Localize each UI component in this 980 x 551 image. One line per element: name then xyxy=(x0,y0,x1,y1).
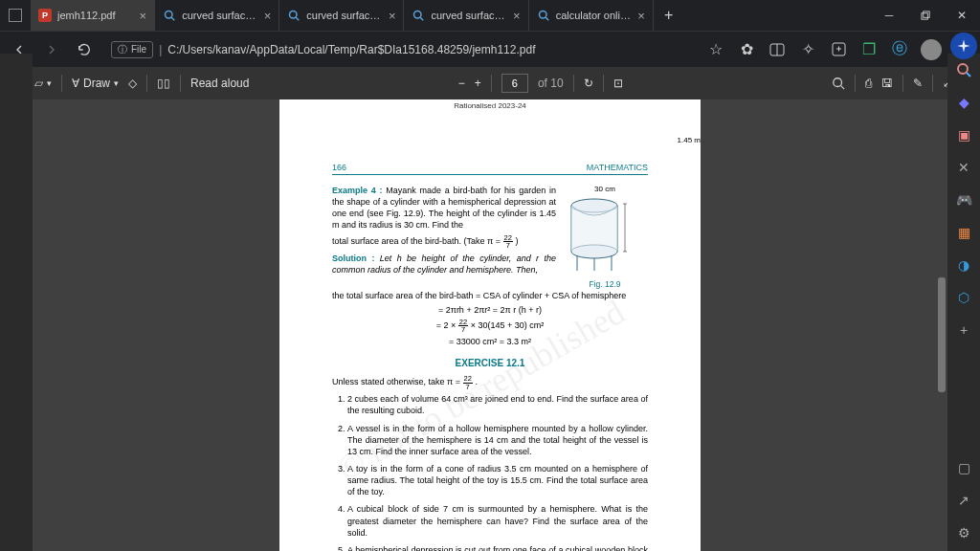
refresh-button[interactable] xyxy=(73,38,96,61)
search-icon xyxy=(537,9,550,22)
close-window-button[interactable]: ✕ xyxy=(944,0,980,31)
question-5: A hemispherical depression is cut out fr… xyxy=(347,544,648,551)
copilot-button[interactable] xyxy=(950,33,977,59)
tools-side-icon[interactable]: ✕ xyxy=(953,157,974,178)
save-button[interactable]: 🖫 xyxy=(881,77,893,90)
svg-point-4 xyxy=(414,11,422,19)
page-total: of 10 xyxy=(538,77,564,90)
svg-point-6 xyxy=(539,11,546,19)
side-settings-icon[interactable]: ⚙ xyxy=(953,522,974,543)
solution-line: the total surface area of the bird-bath … xyxy=(332,290,648,301)
zoom-out-button[interactable]: − xyxy=(458,77,465,90)
games-side-icon[interactable]: 🎮 xyxy=(953,189,974,210)
close-icon[interactable]: × xyxy=(513,9,521,23)
page-number: 166 xyxy=(332,162,346,173)
tab-label: curved surface area of hemisphe xyxy=(431,10,507,21)
collections-icon[interactable] xyxy=(829,40,848,59)
side1-icon[interactable]: ▢ xyxy=(953,457,974,478)
tab-search-1[interactable]: curved surface area of cone - Se × xyxy=(155,0,279,31)
search-icon xyxy=(287,9,301,22)
question-4: A cubical block of side 7 cm is surmount… xyxy=(347,503,648,538)
tab-label: curved surface area of cone - Se xyxy=(306,10,383,21)
close-icon[interactable]: × xyxy=(140,9,147,23)
tab-actions-icon[interactable] xyxy=(0,0,31,31)
tab-search-2[interactable]: curved surface area of cone - Se × xyxy=(279,0,404,31)
pdf-icon: P xyxy=(38,9,52,22)
tab-search-4[interactable]: calculator online - Search × xyxy=(529,0,654,31)
read-aloud-button[interactable]: Read aloud xyxy=(190,77,249,90)
select-mode-button[interactable]: ▱ ▾ xyxy=(34,77,52,90)
tab-label: jemh112.pdf xyxy=(57,10,134,21)
print-button[interactable]: ⎙ xyxy=(865,77,872,90)
svg-line-18 xyxy=(967,73,970,77)
side2-icon[interactable]: ↗ xyxy=(953,490,974,511)
extensions-icon[interactable]: ❐ xyxy=(859,40,879,59)
svg-line-3 xyxy=(297,17,300,20)
internet-explorer-icon[interactable]: ⓔ xyxy=(890,40,909,59)
title-bar: P jemh112.pdf × curved surface area of c… xyxy=(0,0,980,31)
figure-12-9: 30 cm 1.45 m Fig. 12.9 xyxy=(562,185,648,290)
scrollbar[interactable] xyxy=(938,105,946,507)
question-1: 2 cubes each of volume 64 cm³ are joined… xyxy=(347,393,648,416)
address-bar: ⓘ File | C:/Users/kanav/AppData/Local/Te… xyxy=(0,31,980,67)
avatar[interactable] xyxy=(921,39,942,60)
tab-label: curved surface area of cone - Se xyxy=(182,10,258,21)
erase-button[interactable]: ◇ xyxy=(128,77,137,90)
drop-side-icon[interactable]: ⬡ xyxy=(953,287,974,308)
exercise-list: 2 cubes each of volume 64 cm³ are joined… xyxy=(332,393,648,551)
restore-button[interactable] xyxy=(907,0,944,31)
search-icon xyxy=(412,9,425,22)
plus-side-icon[interactable]: + xyxy=(953,320,974,341)
tab-pdf[interactable]: P jemh112.pdf × xyxy=(31,0,155,31)
minimize-button[interactable]: ─ xyxy=(871,0,907,31)
outlook-side-icon[interactable]: ◑ xyxy=(953,254,974,276)
search-side-icon[interactable] xyxy=(953,59,974,80)
search-icon xyxy=(163,9,176,22)
tab-strip: P jemh112.pdf × curved surface area of c… xyxy=(31,0,654,31)
office-side-icon[interactable]: ▦ xyxy=(953,222,974,243)
url-field[interactable]: ⓘ File | C:/Users/kanav/AppData/Local/Te… xyxy=(105,41,697,58)
search-button[interactable] xyxy=(832,77,845,90)
shopping-side-icon[interactable]: ▣ xyxy=(953,124,974,145)
pdf-page: Rationalised 2023-24 166 MATHEMATICS 30 … xyxy=(279,99,701,551)
zoom-in-button[interactable]: + xyxy=(475,77,481,90)
question-2: A vessel is in the form of a hollow hemi… xyxy=(347,423,648,457)
close-icon[interactable]: × xyxy=(389,9,396,23)
pdf-viewer[interactable]: Rationalised 2023-24 166 MATHEMATICS 30 … xyxy=(33,99,947,551)
svg-rect-23 xyxy=(571,206,617,252)
two-page-button[interactable]: ▯▯ xyxy=(157,77,170,90)
svg-point-0 xyxy=(166,11,173,19)
tab-label: calculator online - Search xyxy=(556,10,633,21)
draw-button[interactable]: ∀ Draw ▾ xyxy=(72,77,119,90)
svg-rect-8 xyxy=(921,12,926,18)
new-tab-button[interactable]: + xyxy=(654,0,684,31)
svg-line-5 xyxy=(421,17,424,20)
page-input[interactable] xyxy=(501,74,528,93)
coupon-side-icon[interactable]: ◆ xyxy=(953,92,974,113)
performance-icon[interactable]: ✿ xyxy=(737,40,756,59)
star-icon[interactable]: ☆ xyxy=(706,40,725,59)
scroll-thumb[interactable] xyxy=(938,277,946,392)
svg-rect-9 xyxy=(923,11,928,16)
close-icon[interactable]: × xyxy=(637,9,645,23)
favorites-icon[interactable]: ✧ xyxy=(798,40,817,59)
question-3: A toy is in the form of a cone of radius… xyxy=(347,463,648,497)
svg-line-1 xyxy=(171,17,174,20)
exercise-heading: EXERCISE 12.1 xyxy=(332,357,648,370)
exercise-note: Unless stated otherwise, take π = xyxy=(332,378,463,387)
file-pill: ⓘ File xyxy=(111,41,153,58)
equation-3: = 33000 cm² = 3.3 m² xyxy=(332,336,648,347)
annotate-button[interactable]: ✎ xyxy=(913,77,923,90)
window-controls: ─ ✕ xyxy=(871,0,980,31)
fit-button[interactable]: ⊡ xyxy=(613,77,623,90)
split-icon[interactable] xyxy=(768,40,787,59)
equation-2: = 2 × 227 × 30(145 + 30) cm² xyxy=(332,319,648,334)
rotate-button[interactable]: ↻ xyxy=(584,77,593,90)
pdf-toolbar: ≡ ▱ ▾ ∀ Draw ▾ ◇ ▯▯ Read aloud − + of 10… xyxy=(0,67,980,99)
svg-point-17 xyxy=(958,64,968,74)
subject-label: MATHEMATICS xyxy=(587,162,648,173)
close-icon[interactable]: × xyxy=(264,9,272,23)
right-sidebar: ◆ ▣ ✕ 🎮 ▦ ◑ ⬡ + ▢ ↗ ⚙ xyxy=(947,54,980,551)
svg-point-2 xyxy=(290,11,298,19)
tab-search-3[interactable]: curved surface area of hemisphe × xyxy=(404,0,528,31)
